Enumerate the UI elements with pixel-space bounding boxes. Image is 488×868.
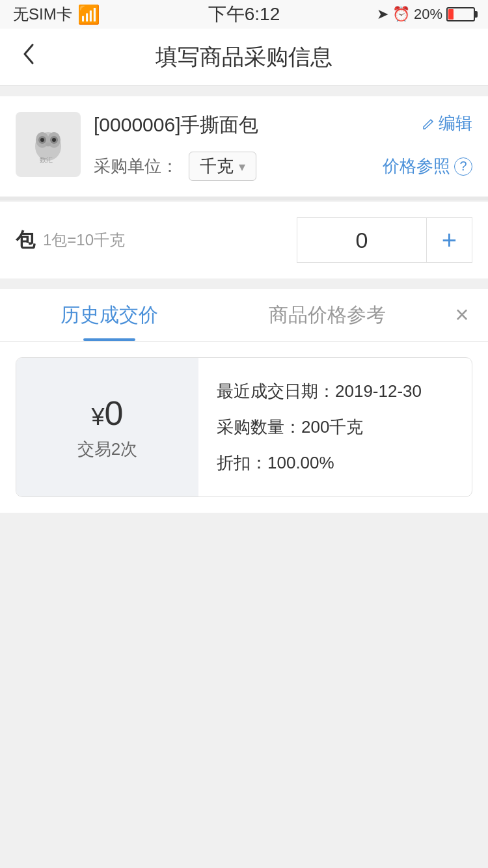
tabs-section: 历史成交价 商品价格参考 × ¥0 交易2次 最近成交日期：2019-12-30… bbox=[0, 289, 488, 513]
edit-button[interactable]: 编辑 bbox=[422, 112, 472, 135]
back-button[interactable] bbox=[16, 36, 42, 78]
quantity-controls: + bbox=[297, 217, 472, 263]
status-bar: 无SIM卡 📶 下午6:12 ➤ ⏰ 20% bbox=[0, 0, 488, 29]
price-right-panel: 最近成交日期：2019-12-30 采购数量：200千克 折扣：100.00% bbox=[198, 358, 472, 496]
tab-history-price[interactable]: 历史成交价 bbox=[0, 289, 218, 341]
unit-row: 采购单位： 千克 ▾ 价格参照 ? bbox=[94, 152, 472, 181]
tab-close-button[interactable]: × bbox=[436, 289, 488, 341]
price-currency-symbol: ¥ bbox=[92, 403, 105, 430]
product-section: 数汇 [0000006]手撕面包 编辑 采购单位： 千克 ▾ bbox=[0, 96, 488, 197]
quantity-plus-button[interactable]: + bbox=[427, 217, 472, 263]
price-left-panel: ¥0 交易2次 bbox=[16, 358, 198, 496]
location-icon: ➤ bbox=[377, 6, 388, 23]
edit-icon bbox=[422, 116, 436, 131]
dropdown-arrow-icon: ▾ bbox=[239, 159, 245, 174]
price-ref-label: 价格参照 bbox=[383, 155, 450, 178]
quantity-unit: 包 bbox=[16, 227, 35, 254]
svg-point-6 bbox=[52, 138, 56, 142]
price-detail-discount: 折扣：100.00% bbox=[217, 450, 454, 476]
battery-fill bbox=[448, 9, 454, 20]
tab-price-reference[interactable]: 商品价格参考 bbox=[218, 289, 436, 341]
date-value: 2019-12-30 bbox=[335, 381, 422, 401]
svg-point-5 bbox=[40, 138, 44, 142]
price-reference-link[interactable]: 价格参照 ? bbox=[383, 155, 472, 178]
nav-bar: 填写商品采购信息 bbox=[0, 29, 488, 86]
page-background bbox=[0, 513, 488, 868]
tab-history-label: 历史成交价 bbox=[61, 302, 158, 329]
discount-label: 折扣： bbox=[217, 453, 267, 472]
svg-text:数汇: 数汇 bbox=[40, 156, 53, 163]
price-detail-date: 最近成交日期：2019-12-30 bbox=[217, 379, 454, 404]
tab-content: ¥0 交易2次 最近成交日期：2019-12-30 采购数量：200千克 折扣：… bbox=[0, 342, 488, 513]
divider bbox=[0, 197, 488, 200]
qty-label: 采购数量： bbox=[217, 417, 301, 437]
quantity-input[interactable] bbox=[297, 217, 427, 263]
page-title: 填写商品采购信息 bbox=[156, 42, 332, 72]
price-detail-qty: 采购数量：200千克 bbox=[217, 414, 454, 440]
price-card: ¥0 交易2次 最近成交日期：2019-12-30 采购数量：200千克 折扣：… bbox=[16, 357, 472, 497]
edit-label: 编辑 bbox=[439, 112, 472, 135]
battery-icon bbox=[446, 7, 475, 21]
svg-point-7 bbox=[46, 142, 51, 146]
carrier-text: 无SIM卡 bbox=[13, 4, 72, 25]
discount-value: 100.00% bbox=[267, 453, 334, 472]
tab-active-indicator bbox=[83, 338, 135, 341]
status-time: 下午6:12 bbox=[208, 2, 280, 27]
unit-value: 千克 bbox=[200, 155, 234, 178]
status-left: 无SIM卡 📶 bbox=[13, 4, 100, 25]
product-image: 数汇 bbox=[16, 112, 81, 177]
product-header: 数汇 [0000006]手撕面包 编辑 采购单位： 千克 ▾ bbox=[16, 112, 472, 181]
tab-reference-label: 商品价格参考 bbox=[269, 302, 386, 329]
help-icon: ? bbox=[454, 157, 472, 176]
price-trades-count: 交易2次 bbox=[77, 438, 137, 461]
quantity-section: 包 1包=10千克 + bbox=[0, 202, 488, 278]
unit-convert-label: 1包=10千克 bbox=[43, 230, 125, 251]
product-name: [0000006]手撕面包 bbox=[94, 112, 258, 139]
date-label: 最近成交日期： bbox=[217, 381, 335, 401]
quantity-row: 包 1包=10千克 + bbox=[16, 217, 472, 263]
unit-selector[interactable]: 千克 ▾ bbox=[189, 152, 256, 181]
product-thumbnail: 数汇 bbox=[25, 122, 71, 167]
unit-label: 采购单位： bbox=[94, 155, 178, 178]
qty-value: 200千克 bbox=[301, 417, 363, 437]
status-right: ➤ ⏰ 20% bbox=[377, 6, 475, 23]
battery-text: 20% bbox=[414, 6, 442, 23]
price-display: ¥0 bbox=[92, 394, 124, 433]
product-info: [0000006]手撕面包 编辑 采购单位： 千克 ▾ 价格参照 ? bbox=[94, 112, 472, 181]
alarm-icon: ⏰ bbox=[392, 6, 410, 23]
price-amount: 0 bbox=[105, 394, 124, 432]
product-name-row: [0000006]手撕面包 编辑 bbox=[94, 112, 472, 139]
wifi-icon: 📶 bbox=[77, 4, 100, 25]
tabs-header: 历史成交价 商品价格参考 × bbox=[0, 289, 488, 342]
